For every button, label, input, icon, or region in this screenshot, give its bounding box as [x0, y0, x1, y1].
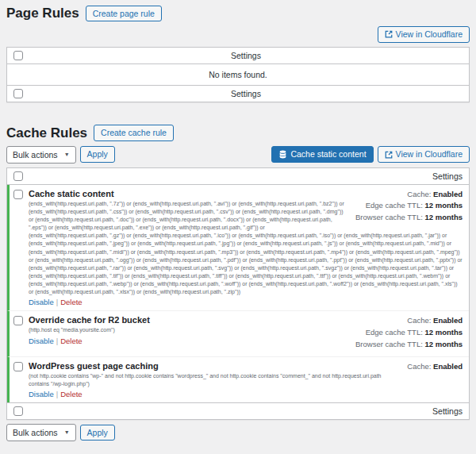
setting-label: Browser cache TTL: [355, 340, 423, 348]
external-link-icon [385, 30, 393, 38]
chevron-down-icon: ▼ [64, 152, 70, 157]
cache-rules-table-header: Settings [7, 168, 469, 185]
page: Page Rules Create page rule View in Clou… [0, 0, 476, 441]
actions-separator: | [56, 337, 58, 345]
bulk-actions-select[interactable]: Bulk actions ▼ [6, 424, 76, 441]
setting-line: Edge cache TTL: 12 months [355, 327, 463, 339]
rule-settings-summary: Cache: Enabled [407, 361, 463, 373]
cache-rules-table: Settings Cache: Enabled Edge cache TTL: … [6, 167, 470, 420]
page-rules-header: Page Rules Create page rule [6, 5, 470, 22]
settings-column-header: Settings [29, 89, 463, 98]
setting-value: Enabled [433, 190, 463, 198]
settings-column-header: Settings [29, 406, 463, 416]
setting-value: 12 months [424, 328, 463, 337]
cache-rules-header: Cache Rules Create cache rule [6, 125, 470, 142]
page-rules-toolbar: View in Cloudflare [6, 26, 470, 43]
chevron-down-icon: ▼ [64, 429, 70, 435]
select-all-checkbox[interactable] [13, 51, 23, 60]
page-rules-section: Page Rules Create page rule View in Clou… [6, 5, 470, 102]
apply-button[interactable]: Apply [80, 146, 115, 163]
cache-rules-title: Cache Rules [6, 125, 87, 142]
page-rules-table-footer: Settings [7, 85, 469, 102]
select-all-checkbox[interactable] [13, 171, 23, 181]
setting-line: Cache: Enabled [355, 189, 463, 201]
cache-rules-section: Cache Rules Create cache rule Bulk actio… [6, 125, 470, 441]
row-checkbox[interactable] [13, 190, 23, 199]
setting-label: Edge cache TTL: [366, 328, 423, 337]
setting-label: Cache: [407, 316, 431, 325]
apply-button[interactable]: Apply [80, 425, 115, 441]
setting-label: Cache: [407, 362, 431, 371]
rule-name: WordPress guest page caching [29, 361, 463, 371]
setting-value: 12 months [424, 340, 463, 348]
page-rules-table: Settings No items found. Settings [6, 47, 470, 102]
rule-content: Cache: Enabled WordPress guest page cach… [29, 361, 463, 398]
empty-state-text: No items found. [7, 64, 469, 85]
cache-rules-toolbar-bottom: Bulk actions ▼ Apply [6, 424, 470, 441]
cache-rules-table-footer: Settings [7, 402, 469, 419]
create-page-rule-button[interactable]: Create page rule [86, 6, 162, 22]
setting-value: Enabled [433, 362, 463, 371]
row-checkbox[interactable] [13, 316, 23, 325]
page-rules-title: Page Rules [6, 5, 79, 22]
bulk-actions-select[interactable]: Bulk actions ▼ [6, 146, 76, 164]
create-cache-rule-button[interactable]: Create cache rule [94, 125, 174, 141]
setting-line: Cache: Enabled [407, 361, 463, 373]
bulk-actions-label: Bulk actions [13, 150, 58, 160]
database-icon [278, 150, 287, 159]
disable-rule-link[interactable]: Disable [29, 390, 54, 398]
view-in-cloudflare-label: View in Cloudflare [396, 150, 463, 159]
rule-content: Cache: Enabled Edge cache TTL: 12 months… [29, 189, 463, 307]
settings-column-header: Settings [29, 171, 463, 181]
setting-label: Browser cache TTL: [355, 213, 423, 221]
setting-line: Cache: Enabled [355, 315, 463, 327]
setting-value: 12 months [424, 201, 463, 210]
rule-settings-summary: Cache: Enabled Edge cache TTL: 12 months… [355, 189, 463, 224]
cache-static-content-label: Cache static content [290, 150, 366, 159]
rule-expression: (not http.cookie contains "wp-" and not … [29, 372, 463, 388]
view-in-cloudflare-button[interactable]: View in Cloudflare [378, 26, 470, 43]
setting-value: Enabled [433, 316, 463, 325]
actions-separator: | [56, 390, 58, 398]
row-actions: Disable|Delete [29, 298, 463, 306]
bulk-actions-label: Bulk actions [13, 428, 58, 437]
row-checkbox[interactable] [13, 362, 23, 371]
delete-rule-link[interactable]: Delete [60, 337, 82, 345]
rule-settings-summary: Cache: Enabled Edge cache TTL: 12 months… [355, 315, 463, 350]
select-all-checkbox[interactable] [13, 406, 23, 416]
disable-rule-link[interactable]: Disable [29, 337, 54, 345]
cache-static-content-button[interactable]: Cache static content [271, 146, 373, 163]
page-rules-table-header: Settings [7, 48, 469, 64]
setting-line: Browser cache TTL: 12 months [355, 339, 463, 351]
external-link-icon [385, 151, 393, 159]
view-in-cloudflare-label: View in Cloudflare [396, 30, 463, 39]
view-in-cloudflare-button[interactable]: View in Cloudflare [378, 146, 470, 163]
row-actions: Disable|Delete [29, 390, 463, 398]
cache-rule-row: Cache: Enabled WordPress guest page cach… [7, 356, 469, 402]
setting-line: Browser cache TTL: 12 months [355, 212, 463, 224]
setting-value: 12 months [424, 213, 463, 221]
cache-rule-row: Cache: Enabled Edge cache TTL: 12 months… [7, 185, 469, 311]
settings-column-header: Settings [29, 51, 463, 60]
setting-label: Cache: [407, 190, 431, 198]
delete-rule-link[interactable]: Delete [60, 298, 82, 306]
cache-rules-toolbar-top: Bulk actions ▼ Apply Cache static conten… [6, 146, 470, 164]
cache-rule-row: Cache: Enabled Edge cache TTL: 12 months… [7, 310, 469, 356]
select-all-checkbox[interactable] [13, 89, 23, 98]
setting-label: Edge cache TTL: [366, 201, 423, 210]
setting-line: Edge cache TTL: 12 months [355, 200, 463, 212]
disable-rule-link[interactable]: Disable [29, 298, 54, 306]
actions-separator: | [56, 298, 58, 306]
rule-content: Cache: Enabled Edge cache TTL: 12 months… [29, 315, 463, 352]
delete-rule-link[interactable]: Delete [60, 390, 82, 398]
